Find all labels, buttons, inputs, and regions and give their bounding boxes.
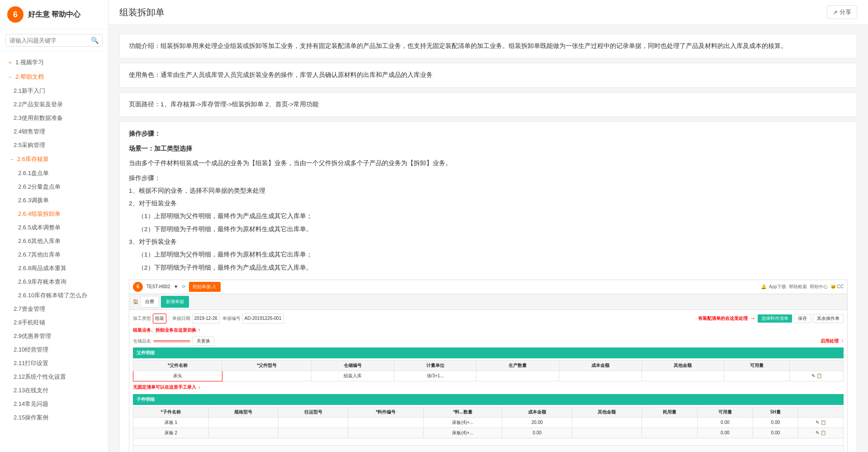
path-block: 页面路径：1、库存核算->库存管理->组装拆卸单 2、首页->常用功能	[119, 92, 857, 117]
sidebar-item-other-in[interactable]: 2.6.6其他入库单	[0, 234, 108, 248]
ss-lth-6: 其他金额	[572, 407, 642, 417]
ss-upper-table: *父件名称 *父件型号 仓储编号 计量单位 生产数量 成本金额 其他金额 可用量	[133, 360, 844, 381]
ss-icon-bell: 🔔	[761, 283, 766, 291]
nav-group-title-videos[interactable]: ＋ 1.视频学习	[0, 55, 108, 70]
ss-utd-04	[476, 371, 559, 381]
ss-ltd-110: ✎ 📋	[798, 428, 843, 438]
ss-lower-table: *子件名称 规格型号 往运型号 *料件编号 *料...数量 成本金额 其他金额 …	[133, 407, 844, 452]
ss-up-arrow: ↑	[198, 326, 201, 335]
ss-lth-4: *料...数量	[423, 407, 502, 417]
step3-1: （1）上部明细为父件明细，最终作为原材料生成其它出库单；	[138, 249, 848, 260]
sidebar-item-inventory-check[interactable]: 2.6.1盘点单	[0, 167, 108, 180]
logo-area: 6 好生意 帮助中心	[0, 0, 108, 29]
top-bar: 组装拆卸单 ↗ 分享	[108, 0, 868, 25]
nav-group-title-docs[interactable]: － 2.帮助文档	[0, 70, 108, 84]
main-area: 组装拆卸单 ↗ 分享 功能介绍：组装拆卸单用来处理企业组装或拆卸等加工业务，支持…	[108, 0, 868, 452]
ss-ltd-04: 床板(4)+...	[423, 417, 502, 428]
role-text: 使用角色：通常由生产人员或库管人员完成折装业务的操作，库管人员确认原材料的出库和…	[129, 71, 433, 78]
search-icon[interactable]: 🔍	[91, 37, 99, 44]
ss-uth-5: 成本金额	[559, 360, 642, 371]
ss-ltd-19: 0.00	[753, 428, 798, 438]
ss-home-icon: 🏠	[133, 298, 138, 306]
sidebar-item-coupon[interactable]: 2.9优惠券管理	[0, 329, 108, 343]
ss-type-select: 加工类型 组装 |	[133, 314, 170, 324]
ss-inner: 加工类型 组装 | 单据日期 2019-12-26 单据编号	[129, 310, 847, 452]
ss-ltd-13	[348, 428, 424, 438]
ss-tab-selfpay[interactable]: 自费	[140, 296, 159, 308]
page-title: 组装拆卸单	[119, 6, 165, 19]
share-button[interactable]: ↗ 分享	[827, 5, 857, 19]
sidebar-item-transfer[interactable]: 2.6.3调拨单	[0, 194, 108, 207]
ss-upper-row-0: 床头 组装入库 张/3+1... ✎ 📋	[133, 371, 844, 381]
ss-form-section: 加工类型 组装 | 单据日期 2019-12-26 单据编号	[133, 313, 844, 346]
intro-block: 功能介绍：组装拆卸单用来处理企业组装或拆卸等加工业务，支持有固定装配清单的产品加…	[119, 34, 857, 58]
sidebar-item-sales[interactable]: 2.4销售管理	[0, 125, 108, 138]
ss-lth-8: 可用量	[697, 407, 753, 417]
search-box[interactable]: 🔍	[5, 34, 103, 47]
ss-ltd-10: 床板 2	[133, 428, 209, 438]
ss-date-value: 2019-12-26	[192, 314, 220, 324]
ss-ltd-12	[278, 428, 348, 438]
fake-screenshot: 6 TEST-H002 ▼ ⟳ 初始单据-入 🔔 App下载 帮助检索 帮助中心…	[129, 280, 847, 452]
ss-title: TEST-H002	[146, 283, 170, 291]
ss-ltd-010: ✎ 📋	[798, 417, 843, 428]
ss-lth-9: 5H量	[753, 407, 798, 417]
ss-btn-select-bom[interactable]: 选择料件清单	[758, 314, 792, 323]
ss-tag: 初始单据-入	[189, 282, 220, 292]
search-input[interactable]	[9, 37, 91, 44]
logo-icon: 6	[7, 6, 24, 23]
ss-icon-avatar: 🐱 CC	[830, 283, 844, 291]
ss-icon-apps: App下载	[769, 283, 786, 291]
ss-ltd-15: 0.00	[502, 428, 572, 438]
sidebar-item-install[interactable]: 2.2产品安装及登录	[0, 98, 108, 111]
ss-fill-annotation: 无固定清单可以在这里手工录入	[133, 383, 196, 391]
ss-upper-table-label: 父件明细	[133, 347, 844, 358]
sidebar-item-finance[interactable]: 2.7资金管理	[0, 302, 108, 316]
ss-date-field: 单据日期 2019-12-26	[172, 314, 220, 324]
sidebar-item-settings[interactable]: 2.12系统个性化设置	[0, 370, 108, 384]
ss-btn-select-warehouse[interactable]: 关更换	[193, 337, 214, 346]
ops-steps-title: 操作步骤：	[129, 173, 848, 184]
ss-type-annotation: 组装业务、拆卸业务在这里切换	[133, 326, 196, 334]
ss-ltd-16	[572, 428, 642, 438]
sidebar-item-mobile[interactable]: 2.8手机旺铺	[0, 316, 108, 329]
sidebar-item-cases[interactable]: 2.15操作案例	[0, 411, 108, 424]
ss-ltd-17	[642, 428, 698, 438]
nav-group-title-stock[interactable]: － 2.6库存核算	[0, 152, 108, 167]
ss-ltd-05: 20.00	[502, 417, 572, 428]
ss-type-value: 组装	[153, 314, 166, 324]
sidebar-item-partial-inventory[interactable]: 2.6.2分量盘点单	[0, 180, 108, 194]
ss-uth-7: 可用量	[724, 360, 790, 371]
sidebar-item-cost-adjust[interactable]: 2.6.5成本调整单	[0, 221, 108, 234]
scene1-desc: 当由多个子件材料组装成一个成品的业务为【组装】业务，当由一个父件拆分成多个子产品…	[129, 158, 848, 169]
ss-arrow-icon: →	[750, 313, 756, 324]
sidebar-item-data-prep[interactable]: 2.3使用前数据准备	[0, 111, 108, 125]
ss-lth-3: *料件编号	[348, 407, 424, 417]
ss-utd-00: 床头	[133, 371, 222, 381]
sidebar-item-purchase[interactable]: 2.5采购管理	[0, 138, 108, 152]
sidebar-item-newbie[interactable]: 2.1新手入门	[0, 84, 108, 98]
ss-ltd-18: 0.00	[697, 428, 753, 438]
ss-num-label: 单据编号	[222, 314, 241, 323]
ss-icon-user: 帮助中心	[810, 283, 828, 291]
ss-tab-new[interactable]: 新增单据	[161, 296, 189, 308]
ss-utd-02: 组装入库	[311, 371, 394, 381]
step2: 2、对于组装业务	[129, 198, 848, 209]
sidebar-item-ops[interactable]: 2.10经营管理	[0, 343, 108, 357]
ss-lth-2: 往运型号	[278, 407, 348, 417]
sidebar-item-print[interactable]: 2.11打印设置	[0, 357, 108, 370]
sidebar-item-cost-recalc[interactable]: 2.6.8商品成本重算	[0, 262, 108, 275]
sidebar-item-stock-ledger[interactable]: 2.6.9库存账本查询	[0, 275, 108, 289]
ss-btn-save[interactable]: 保存	[794, 314, 811, 323]
sidebar-item-assembly[interactable]: 2.6.4组装拆卸单	[0, 207, 108, 221]
nav-tree: ＋ 1.视频学习 － 2.帮助文档 2.1新手入门 2.2产品安装及登录 2.3…	[0, 52, 108, 452]
ss-btn-other[interactable]: 其余操作单	[813, 314, 844, 323]
ss-utd-06	[642, 371, 724, 381]
ss-num-value: AD-20191226-001	[242, 314, 284, 324]
sidebar-item-ledger-wrong[interactable]: 2.6.10库存账本错了怎么办	[0, 289, 108, 302]
ss-lower-row-1: 床板 2 床板(4)+... 0.00 0.00 0.00	[133, 428, 844, 438]
sidebar-item-faq[interactable]: 2.14常见问题	[0, 397, 108, 411]
sidebar-item-other-out[interactable]: 2.6.7其他出库单	[0, 248, 108, 262]
ss-type-label: 加工类型	[133, 314, 151, 323]
sidebar-item-payment[interactable]: 2.13在线支付	[0, 384, 108, 397]
